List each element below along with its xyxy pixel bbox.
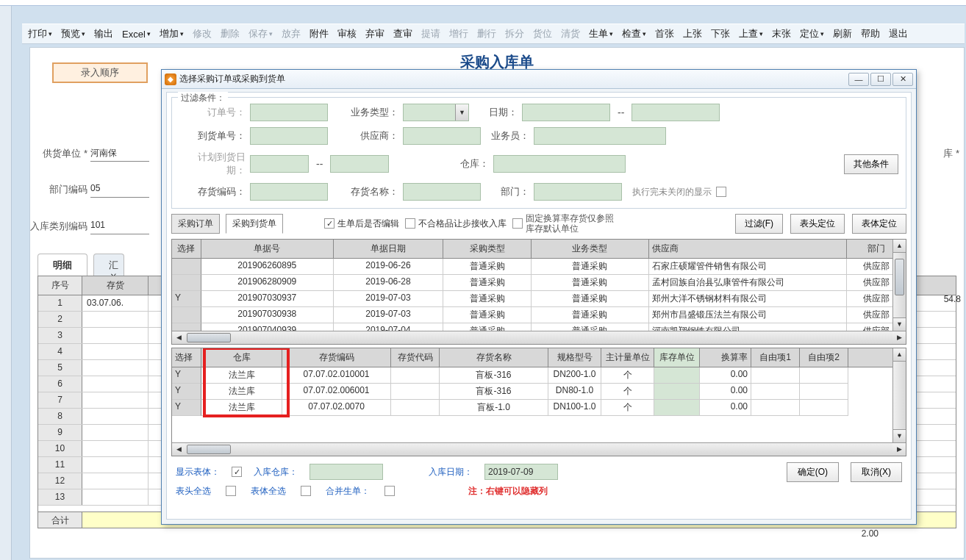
scroll-thumb-h[interactable] (187, 333, 231, 342)
cb-reject-accept[interactable] (405, 218, 415, 229)
toolbar-item-17[interactable]: 货位 (529, 24, 557, 43)
col-seq[interactable]: 序号 (38, 276, 82, 295)
cancel-button[interactable]: 取消(X) (851, 462, 902, 482)
scroll-up-icon[interactable]: ▲ (893, 240, 906, 253)
toolbar-item-0[interactable]: 打印▾ (24, 24, 57, 43)
col-free2[interactable]: 自由项2 (800, 348, 848, 367)
body-pos-button[interactable]: 表体定位 (852, 214, 906, 234)
toolbar-item-4[interactable]: 增加▾ (155, 24, 188, 43)
col-free1[interactable]: 自由项1 (751, 348, 800, 367)
entry-order-box[interactable]: 录入顺序 (52, 62, 148, 83)
toolbar-item-22[interactable]: 上张 (679, 24, 706, 43)
toolbar-item-25[interactable]: 末张 (768, 24, 795, 43)
inv-code-input[interactable] (250, 183, 328, 201)
head-pos-button[interactable]: 表头定位 (790, 214, 845, 234)
tab-purchase-order[interactable]: 采购订单 (171, 214, 220, 234)
toolbar-item-21[interactable]: 首张 (651, 24, 679, 43)
col-supplier[interactable]: 供应商 (649, 240, 847, 258)
toolbar-item-10[interactable]: 审核 (333, 24, 361, 43)
col-inv-name[interactable]: 存货名称 (440, 348, 548, 367)
salesman-input[interactable] (534, 127, 666, 145)
order-row[interactable]: 2019070309382019-07-03普通采购普通采购郑州市昌盛锻压法兰有… (172, 307, 906, 323)
filter-button[interactable]: 过滤(F) (735, 214, 783, 234)
col-select2[interactable]: 选择 (172, 348, 201, 367)
toolbar-item-12[interactable]: 查审 (389, 24, 417, 43)
items-scrollbar-v[interactable]: ▲ ▼ (892, 348, 906, 442)
toolbar-item-27[interactable]: 刷新 (829, 24, 856, 43)
items-scrollbar-h[interactable]: ◀ ▶ (172, 442, 906, 456)
cb-fixed-rate[interactable] (512, 218, 523, 229)
order-row[interactable]: 2019062608952019-06-26普通采购普通采购石家庄硕耀管件销售有… (172, 259, 906, 275)
toolbar-item-13[interactable]: 提请 (417, 24, 445, 43)
toolbar-item-16[interactable]: 拆分 (501, 24, 529, 43)
date-to-input[interactable] (632, 104, 720, 121)
sel-all-head-checkbox[interactable] (226, 486, 236, 496)
scroll-thumb-v[interactable] (895, 259, 904, 295)
scroll-right-icon[interactable]: ▶ (892, 331, 906, 344)
toolbar-item-6[interactable]: 删除 (216, 24, 244, 43)
col-inv-codealt[interactable]: 存货代码 (391, 348, 440, 367)
toolbar-item-14[interactable]: 增行 (445, 24, 473, 43)
inv-name-input[interactable] (403, 183, 481, 201)
toolbar-item-15[interactable]: 删行 (473, 24, 501, 43)
dialog-titlebar[interactable]: ◆ 选择采购订单或采购到货单 — ☐ ✕ (162, 70, 916, 89)
show-body-checkbox[interactable]: ✓ (232, 467, 242, 477)
merge-gen-checkbox[interactable] (384, 486, 395, 496)
date-from-input[interactable] (522, 104, 610, 121)
order-row[interactable]: Y2019070309372019-07-03普通采购普通采购郑州大洋不锈钢材料… (172, 291, 906, 307)
arrive-no-input[interactable] (250, 127, 328, 145)
scroll-down-icon[interactable]: ▼ (893, 317, 906, 331)
col-main-unit[interactable]: 主计量单位 (601, 348, 654, 367)
col-inv-code[interactable]: 存货编码 (282, 348, 391, 367)
col-ptype[interactable]: 采购类型 (443, 240, 532, 258)
scroll-right-icon[interactable]: ▶ (892, 443, 906, 456)
scroll-down-icon[interactable]: ▼ (893, 429, 906, 442)
col-docno[interactable]: 单据号 (201, 240, 334, 258)
plan-date-from[interactable] (250, 155, 309, 173)
toolbar-item-24[interactable]: 上查▾ (734, 24, 768, 43)
toolbar-item-3[interactable]: Excel▾ (118, 26, 155, 43)
scroll-left-icon[interactable]: ◀ (172, 443, 185, 456)
toolbar-item-18[interactable]: 清货 (557, 24, 584, 43)
toolbar-item-29[interactable]: 退出 (884, 24, 912, 43)
plan-date-to[interactable] (330, 155, 389, 173)
col-warehouse[interactable]: 仓库 (201, 348, 282, 367)
order-row[interactable]: 2019062809092019-06-28普通采购普通采购孟村回族自治县弘康管… (172, 275, 906, 291)
scroll-thumb-h[interactable] (187, 445, 231, 454)
tab-arrival-order[interactable]: 采购到货单 (226, 214, 283, 234)
toolbar-item-20[interactable]: 检查▾ (618, 24, 651, 43)
exec-unclose-checkbox[interactable] (716, 187, 726, 197)
item-row[interactable]: Y法兰库07.07.02.010001盲板-316DN200-1.0个0.00 (172, 367, 906, 384)
toolbar-item-11[interactable]: 弃审 (361, 24, 389, 43)
maximize-button[interactable]: ☐ (870, 73, 891, 86)
toolbar-item-5[interactable]: 修改 (188, 24, 216, 43)
toolbar-item-8[interactable]: 放弃 (277, 24, 305, 43)
col-rate[interactable]: 换算率 (700, 348, 751, 367)
toolbar-item-7[interactable]: 保存▾ (244, 24, 277, 43)
cb-edit-after[interactable]: ✓ (324, 218, 334, 229)
toolbar-item-28[interactable]: 帮助 (856, 24, 884, 43)
col-select[interactable]: 选择 (172, 240, 201, 258)
dept-code-input[interactable]: 05 (90, 183, 149, 198)
orders-scrollbar-h[interactable]: ◀ ▶ (172, 331, 906, 344)
orders-scrollbar-v[interactable]: ▲ ▼ (892, 240, 906, 331)
scroll-up-icon[interactable]: ▲ (893, 348, 906, 362)
in-wh-input[interactable] (310, 464, 383, 480)
col-docdate[interactable]: 单据日期 (334, 240, 444, 258)
col-stock-unit[interactable]: 库存单位 (654, 348, 700, 367)
item-row[interactable]: Y法兰库07.07.02.0070盲板-1.0DN100-1.0个0.00 (172, 400, 906, 416)
col-inventory[interactable]: 存货 (82, 276, 149, 295)
item-row[interactable]: Y法兰库07.07.02.006001盲板-316DN80-1.0个0.00 (172, 384, 906, 400)
scroll-left-icon[interactable]: ◀ (172, 331, 185, 344)
toolbar-item-1[interactable]: 预览▾ (57, 24, 90, 43)
toolbar-item-26[interactable]: 定位▾ (795, 24, 829, 43)
sel-all-body-checkbox[interactable] (301, 486, 311, 496)
toolbar-item-9[interactable]: 附件 (305, 24, 333, 43)
toolbar-item-19[interactable]: 生单▾ (584, 24, 618, 43)
col-btype[interactable]: 业务类型 (532, 240, 649, 258)
biztype-select[interactable]: ▼ (403, 104, 469, 121)
minimize-button[interactable]: — (848, 73, 869, 86)
in-date-input[interactable]: 2019-07-09 (484, 464, 558, 480)
dept-input[interactable] (534, 183, 622, 201)
toolbar-item-2[interactable]: 输出 (90, 24, 118, 43)
